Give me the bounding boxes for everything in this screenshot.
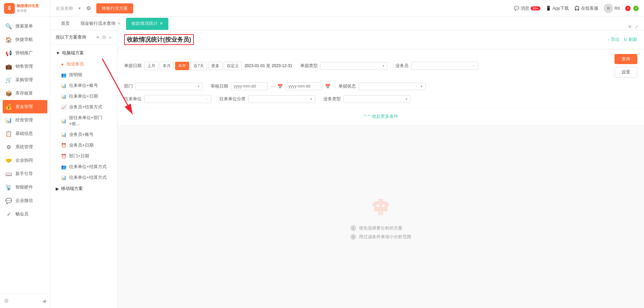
collapse-filter-btn[interactable]: ⌃⌃ 收起更多条件 [361, 111, 401, 122]
scheme-item-by-detail[interactable]: 👥 按明细 [50, 69, 117, 80]
counterpart-type-select[interactable]: ▾ [248, 95, 315, 103]
date-btn-more[interactable]: 更多 [208, 62, 222, 70]
logo-text: 畅捷通好生意 标准版 [17, 3, 39, 13]
tab-receipt-stats[interactable]: 收款情况统计 ✕ [126, 18, 168, 30]
business-type-select[interactable]: ▾ [343, 95, 411, 103]
filter-row-date: 单据日期 上月 本月 本年 近7天 更多 自定义 2023-01-01 [124, 54, 637, 78]
app-download-action[interactable]: 📱 App下载 [546, 5, 569, 11]
counterpart-settlement2-icon: 📊 [61, 175, 66, 180]
counterpart-select[interactable]: ··· [144, 95, 211, 103]
topbar-settings-icon[interactable]: ⚙ [86, 5, 91, 11]
sidebar-item-wechat[interactable]: 💬 企业微信 [0, 194, 50, 207]
review-date-from[interactable] [231, 82, 268, 90]
sidebar-item-smart-hardware[interactable]: 📡 智能硬件 [0, 181, 50, 194]
doc-status-filter-item: 单据状态 ▾ [338, 83, 426, 90]
sidebar-item-inventory[interactable]: 📦 库存核算 [0, 87, 50, 100]
sidebar-nav: 🔍 搜索菜单 🏠 快捷导航 📢 营销推广 💼 销售管理 🛒 采购管理 📦 库存核… [0, 17, 50, 293]
tip-2-num: 2 [350, 234, 356, 240]
query-buttons: 查询 设置 [614, 54, 637, 78]
salesperson-select[interactable]: ··· [411, 62, 478, 70]
trial-btn[interactable]: 体验行业方案 [96, 3, 133, 13]
doc-status-label: 单据状态 [338, 83, 356, 89]
online-service-action[interactable]: 🎧 在线客服 [574, 5, 598, 11]
counterpart-type-label: 往来单位分类 [219, 96, 246, 102]
export-btn[interactable]: ↑ 导出 [607, 37, 620, 43]
sidebar-item-business[interactable]: 📊 经营管理 [0, 113, 50, 127]
date-btn-7days[interactable]: 近7天 [191, 62, 207, 70]
sidebar-item-marketing[interactable]: 📢 营销推广 [0, 46, 50, 60]
empty-tip-2: 2 用过滤条件来缩小分析范围 [350, 234, 411, 240]
calendar-icon-left[interactable]: 📅 [277, 84, 283, 89]
sidebar-item-finance[interactable]: 💰 资金管理 [3, 100, 47, 113]
scheme-item-salesperson-date[interactable]: ⏰ 业务员+日期 [50, 140, 117, 151]
scheme-item-by-salesperson[interactable]: ● 按业务员 [50, 59, 117, 69]
wechat-icon: 💬 [5, 197, 12, 204]
sidebar-item-sales[interactable]: 💼 销售管理 [0, 60, 50, 73]
close-receipt-stats-tab[interactable]: ✕ [160, 21, 163, 26]
query-btn[interactable]: 查询 [614, 54, 637, 64]
sidebar-item-guide[interactable]: 📖 新手引导 [0, 167, 50, 181]
scheme-item-salesperson-account[interactable]: 📊 业务员+账号 [50, 129, 117, 140]
review-date-label: 审核日期 [211, 83, 228, 89]
sidebar-item-system[interactable]: ⚙ 系统管理 [0, 140, 50, 154]
scheme-settings-btn[interactable]: ⚙ [102, 35, 106, 40]
counterpart-filter-item: 往来单位 ··· [124, 95, 211, 103]
sidebar-item-purchase[interactable]: 🛒 采购管理 [0, 73, 50, 87]
tab-home[interactable]: 首页 [56, 18, 75, 30]
user-avatar-action[interactable]: R Rit [604, 4, 620, 13]
doc-type-select[interactable]: ▾ [320, 62, 387, 70]
sidebar-item-search-menu[interactable]: 🔍 搜索菜单 [0, 19, 50, 33]
sidebar-item-enterprise[interactable]: 🤝 企业协同 [0, 154, 50, 167]
sidebar-settings-icon[interactable]: ⚙ [4, 298, 9, 304]
scheme-item-dept-date[interactable]: ⏰ 部门+日期 [50, 151, 117, 161]
message-action[interactable]: 💬 消息 99+ [514, 5, 540, 11]
filter-settings-btn[interactable]: 设置 [614, 67, 637, 78]
user-avatar: R [604, 4, 613, 13]
add-scheme-btn[interactable]: + [96, 34, 99, 40]
expand-window-btn[interactable]: ⤢ [633, 6, 639, 11]
counterpart-settlement1-icon: 👥 [61, 164, 66, 169]
close-all-tabs-btn[interactable]: ✕ [628, 23, 632, 30]
export-icon: ↑ [607, 37, 610, 42]
svg-rect-3 [378, 211, 380, 215]
tab-bar: 首页 现金银行流水查询 ✕ 收款情况统计 ✕ ✕ ⤢ [50, 17, 644, 30]
date-btn-this-month[interactable]: 本月 [160, 62, 174, 70]
sidebar-collapse-icon[interactable]: ◀ [42, 298, 46, 304]
date-btn-last-month[interactable]: 上月 [144, 62, 158, 70]
svg-rect-4 [381, 211, 383, 215]
sidebar-item-member[interactable]: ✓ 畅会员 [0, 207, 50, 221]
date-btn-custom[interactable]: 自定义 [224, 62, 242, 70]
doc-status-select[interactable]: ▾ [359, 83, 426, 90]
scheme-item-counterpart-account[interactable]: 📊 往来单位+账号 [50, 80, 117, 91]
desktop-group[interactable]: ▼ 电脑端方案 [50, 47, 117, 59]
date-from: 2023-01-01 [245, 63, 265, 68]
inventory-icon: 📦 [5, 90, 12, 97]
refresh-btn[interactable]: ↻ 刷新 [624, 37, 637, 43]
empty-tip-1: 1 请先选择要分析的方案 [350, 225, 411, 231]
page-title: 收款情况统计(按业务员) [124, 34, 194, 45]
sidebar-item-basic-info[interactable]: 📋 基础信息 [0, 127, 50, 140]
review-date-to[interactable] [285, 82, 322, 90]
collapse-panel-btn[interactable]: « [109, 35, 112, 40]
search-menu-icon: 🔍 [5, 23, 12, 30]
scheme-item-counterpart-settlement2[interactable]: 📊 往来单位+结算方式 [50, 172, 117, 183]
dropdown-icon[interactable]: ▾ [78, 6, 81, 11]
tab-bank-flow[interactable]: 现金银行流水查询 ✕ [75, 18, 126, 30]
scheme-item-counterpart-date[interactable]: 📊 往来单位+日期 [50, 91, 117, 102]
scheme-item-counterpart-settlement1[interactable]: 👥 往来单位+结算方式 [50, 161, 117, 172]
calendar-icon-right[interactable]: 📅 [325, 84, 330, 89]
mobile-group[interactable]: ▶ 移动端方案 [50, 183, 117, 194]
maximize-btn[interactable]: ⤢ [635, 24, 639, 30]
dept-select[interactable]: ▾ [136, 83, 203, 90]
close-window-btn[interactable]: ✕ [625, 6, 631, 11]
counterpart-label: 往来单位 [124, 96, 142, 102]
scheme-item-counterpart-dept[interactable]: 📊 按往来单位+部门+收... [50, 112, 117, 129]
close-bank-flow-tab[interactable]: ✕ [117, 21, 121, 26]
dept-filter-item: 部门 ▾ [124, 83, 203, 90]
sidebar-item-quick-nav[interactable]: 🏠 快捷导航 [0, 33, 50, 46]
date-btn-this-year[interactable]: 本年 [175, 62, 189, 70]
scheme-item-salesperson-settlement[interactable]: 📈 业务员+结算方式 [50, 102, 117, 112]
business-icon: 📊 [5, 117, 12, 123]
content-area: 按以下方案查询 + ⚙ « ▼ 电脑端方案 ● 按业务员 👥 按 [50, 30, 644, 308]
logo-area: 6 畅捷通好生意 标准版 [0, 0, 50, 17]
